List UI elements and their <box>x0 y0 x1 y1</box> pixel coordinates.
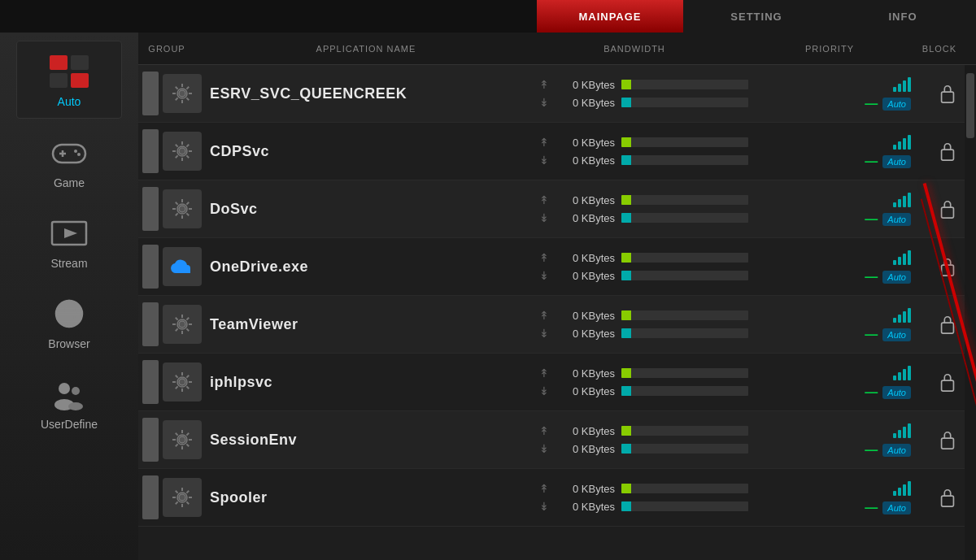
bandwidth-up-row: ↟ 0 KBytes <box>529 480 756 497</box>
tab-setting[interactable]: SETTING <box>683 0 830 33</box>
svg-rect-25 <box>942 265 954 276</box>
priority-up-indicator <box>765 246 911 267</box>
svg-point-19 <box>179 148 185 154</box>
userdefine-icon <box>45 374 94 415</box>
table-row[interactable]: CDPSvc ↟ 0 KBytes ↡ 0 KBytes <box>138 123 976 180</box>
game-icon <box>45 132 94 173</box>
bandwidth-down-row: ↡ 0 KBytes <box>529 209 756 227</box>
bandwidth-up-row: ↟ 0 KBytes <box>529 76 756 93</box>
table-row[interactable]: DoSvc ↟ 0 KBytes ↡ 0 KBytes <box>138 180 976 238</box>
download-arrow-icon: ↡ <box>537 499 551 514</box>
col-header-appname: APPLICATION NAME <box>211 44 521 54</box>
app-icon-box <box>163 362 202 402</box>
svg-point-22 <box>179 206 185 212</box>
priority-badge: Auto <box>882 271 911 284</box>
priority-up-indicator <box>765 189 911 210</box>
priority-up-indicator <box>765 73 911 94</box>
sidebar-item-stream[interactable]: Stream <box>16 203 122 280</box>
table-row[interactable]: ESRV_SVC_QUEENCREEK ↟ 0 KBytes ↡ 0 KByte… <box>138 65 976 123</box>
priority-up-indicator <box>765 304 911 325</box>
download-value: 0 KBytes <box>558 385 615 397</box>
app-name: CDPSvc <box>210 143 269 160</box>
scrollbar[interactable] <box>965 65 976 560</box>
app-name: ESRV_SVC_QUEENCREEK <box>210 85 407 102</box>
priority-down-indicator: — Auto <box>765 498 911 518</box>
priority-dash: — <box>865 501 878 515</box>
download-bar-container <box>621 155 748 165</box>
app-icon-box <box>163 305 202 344</box>
app-name: OneDrive.exe <box>210 258 308 276</box>
download-value: 0 KBytes <box>558 154 615 167</box>
upload-bar <box>621 484 631 493</box>
wifi-bar-4 <box>908 308 911 323</box>
download-value: 0 KBytes <box>558 328 615 340</box>
wifi-bar-2 <box>898 257 901 265</box>
upload-bar-container <box>621 310 748 320</box>
bandwidth-cell: ↟ 0 KBytes ↡ 0 KBytes <box>529 180 756 237</box>
svg-rect-24 <box>942 207 954 218</box>
sidebar-item-auto[interactable]: Auto <box>16 41 122 119</box>
auto-icon-cell-2 <box>71 55 89 70</box>
priority-cell: — Auto <box>756 238 919 295</box>
table-row[interactable]: SessionEnv ↟ 0 KBytes ↡ 0 KBytes <box>138 411 976 469</box>
priority-dash: — <box>865 97 878 111</box>
sidebar-item-browser[interactable]: Browser <box>16 284 122 360</box>
sidebar-item-userdefine[interactable]: UserDefine <box>16 364 122 441</box>
scrollbar-thumb[interactable] <box>966 73 974 138</box>
download-bar <box>621 386 631 396</box>
priority-cell: — Auto <box>756 469 919 526</box>
table-row[interactable]: iphlpsvc ↟ 0 KBytes ↡ 0 KBytes <box>138 354 976 411</box>
tab-mainpage[interactable]: MainPage <box>537 0 683 33</box>
upload-arrow-icon: ↟ <box>537 308 551 323</box>
auto-label: Auto <box>58 95 81 108</box>
table-row[interactable]: TeamViewer ↟ 0 KBytes ↡ 0 KBytes <box>138 296 976 354</box>
download-arrow-icon: ↡ <box>537 95 551 110</box>
bandwidth-cell: ↟ 0 KBytes ↡ 0 KBytes <box>529 65 756 122</box>
upload-bar-container <box>621 137 748 147</box>
svg-point-3 <box>74 150 77 153</box>
app-name: TeamViewer <box>210 316 298 333</box>
download-value: 0 KBytes <box>558 97 615 109</box>
bandwidth-cell: ↟ 0 KBytes ↡ 0 KBytes <box>529 411 756 468</box>
upload-bar-container <box>621 484 748 493</box>
table-row[interactable]: OneDrive.exe ↟ 0 KBytes ↡ 0 KBytes <box>138 238 976 296</box>
priority-wifi-icon <box>893 306 911 323</box>
upload-arrow-icon: ↟ <box>537 250 551 265</box>
wifi-bar-1 <box>893 318 896 323</box>
main-content: GROUP APPLICATION NAME BANDWIDTH PRIORIT… <box>138 33 976 560</box>
priority-dash: — <box>865 154 878 169</box>
upload-value: 0 KBytes <box>558 367 615 380</box>
upload-value: 0 KBytes <box>558 310 615 322</box>
priority-dash: — <box>865 270 878 284</box>
priority-cell: — Auto <box>756 65 919 122</box>
wifi-bar-1 <box>893 87 896 92</box>
wifi-bar-4 <box>908 366 911 380</box>
upload-bar <box>621 426 631 436</box>
priority-dash: — <box>865 212 878 227</box>
wifi-bar-1 <box>893 376 896 380</box>
priority-cell: — Auto <box>756 411 919 468</box>
svg-rect-34 <box>942 438 954 449</box>
wifi-bar-1 <box>893 145 896 150</box>
table-row[interactable]: Spooler ↟ 0 KBytes ↡ 0 KBytes <box>138 469 976 527</box>
priority-cell: — Auto <box>756 354 919 410</box>
sidebar-item-game[interactable]: Game <box>16 123 122 199</box>
app-info: TeamViewer <box>163 296 529 353</box>
upload-bar-container <box>621 368 748 378</box>
download-bar-container <box>621 98 748 107</box>
priority-badge: Auto <box>882 386 911 399</box>
bandwidth-down-row: ↡ 0 KBytes <box>529 324 756 342</box>
bandwidth-up-row: ↟ 0 KBytes <box>529 133 756 151</box>
bandwidth-up-row: ↟ 0 KBytes <box>529 191 756 209</box>
svg-rect-37 <box>942 496 954 506</box>
tab-info[interactable]: INFO <box>830 0 976 33</box>
priority-dash: — <box>865 328 878 342</box>
wifi-bar-4 <box>908 250 911 265</box>
svg-rect-21 <box>942 150 954 160</box>
bandwidth-up-row: ↟ 0 KBytes <box>529 422 756 440</box>
stream-label: Stream <box>50 257 87 270</box>
svg-marker-6 <box>64 228 77 238</box>
wifi-bar-1 <box>893 202 896 207</box>
download-bar <box>621 328 631 338</box>
priority-badge: Auto <box>882 213 911 226</box>
